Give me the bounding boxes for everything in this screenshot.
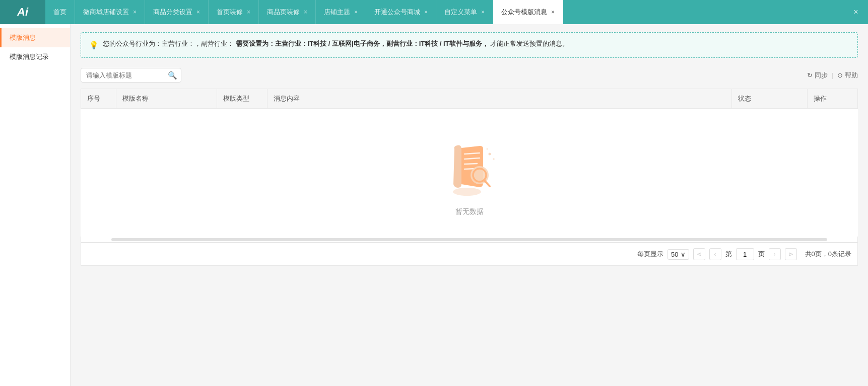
sync-label: 同步 bbox=[815, 71, 828, 80]
empty-text: 暂无数据 bbox=[455, 207, 484, 216]
nav-tab-category[interactable]: 商品分类设置× bbox=[145, 0, 209, 24]
nav-tab-close-homepage[interactable]: × bbox=[247, 9, 250, 16]
page-size-value: 50 bbox=[671, 251, 678, 258]
alert-suffix: 才能正常发送预置的消息。 bbox=[490, 40, 569, 47]
scrollbar-area[interactable] bbox=[81, 237, 858, 243]
sync-button[interactable]: ↻ 同步 bbox=[807, 71, 828, 80]
nav-tab-label-homepage: 首页装修 bbox=[217, 8, 243, 17]
nav-tab-close-template[interactable]: × bbox=[551, 9, 555, 16]
nav-tab-close-product[interactable]: × bbox=[304, 9, 307, 16]
svg-line-3 bbox=[464, 164, 477, 164]
svg-point-0 bbox=[453, 188, 481, 196]
nav-tab-template[interactable]: 公众号模版消息× bbox=[493, 0, 563, 24]
help-label: 帮助 bbox=[845, 71, 858, 80]
empty-state: 暂无数据 bbox=[81, 109, 858, 237]
search-bar: 🔍 ↻ 同步 | ⊙ 帮助 bbox=[81, 68, 858, 83]
col-header-content: 消息内容 bbox=[268, 89, 732, 109]
svg-line-7 bbox=[484, 180, 490, 186]
nav-tab-close-mall[interactable]: × bbox=[424, 9, 428, 16]
alert-highlight: 需要设置为：主营行业：IT科技 / 互联网|电子商务，副营行业：IT科技 / I… bbox=[236, 40, 489, 47]
sync-icon: ↻ bbox=[807, 71, 813, 79]
search-right: ↻ 同步 | ⊙ 帮助 bbox=[807, 71, 858, 80]
nav-tabs: 首页微商城店铺设置×商品分类设置×首页装修×商品页装修×店铺主题×开通公众号商城… bbox=[45, 0, 844, 24]
nav-tab-label-category: 商品分类设置 bbox=[153, 8, 192, 17]
nav-tab-close-theme[interactable]: × bbox=[354, 9, 358, 16]
nav-tab-close-custommenu[interactable]: × bbox=[481, 9, 485, 16]
search-left: 🔍 bbox=[81, 68, 181, 83]
total-text: 共0页，0条记录 bbox=[805, 250, 851, 259]
scrollbar-track bbox=[111, 238, 827, 241]
nav-tab-homepage[interactable]: 首页装修× bbox=[209, 0, 259, 24]
nav-tab-label-home: 首页 bbox=[53, 8, 66, 17]
col-header-name: 模版名称 bbox=[116, 89, 217, 109]
page-di-label: 第 bbox=[725, 250, 732, 259]
global-close-button[interactable]: × bbox=[844, 0, 868, 24]
nav-tab-home[interactable]: 首页 bbox=[45, 0, 75, 24]
sidebar-item-template-record[interactable]: 模版消息记录 bbox=[0, 47, 70, 66]
table-header: 序号模版名称模版类型消息内容状态操作 bbox=[81, 89, 858, 109]
nav-tab-label-mall: 开通公众号商城 bbox=[374, 8, 420, 17]
bulb-icon: 💡 bbox=[89, 39, 99, 51]
last-page-button[interactable]: ⊳ bbox=[785, 248, 797, 260]
search-input[interactable] bbox=[81, 68, 181, 83]
nav-tab-theme[interactable]: 店铺主题× bbox=[316, 0, 366, 24]
data-table: 序号模版名称模版类型消息内容状态操作 bbox=[81, 89, 858, 109]
col-header-seq: 序号 bbox=[81, 89, 116, 109]
svg-point-10 bbox=[486, 148, 488, 150]
col-header-action: 操作 bbox=[808, 89, 858, 109]
nav-tab-close-category[interactable]: × bbox=[196, 9, 200, 16]
nav-tab-label-weshop: 微商城店铺设置 bbox=[83, 8, 129, 17]
nav-tab-label-custommenu: 自定义菜单 bbox=[444, 8, 477, 17]
table-header-row: 序号模版名称模版类型消息内容状态操作 bbox=[81, 89, 858, 109]
nav-tab-weshop[interactable]: 微商城店铺设置× bbox=[75, 0, 145, 24]
main-content: 💡 您的公众号行业为：主营行业：，副营行业： 需要设置为：主营行业：IT科技 /… bbox=[71, 24, 868, 386]
page-size-label: 每页显示 bbox=[637, 250, 663, 259]
sidebar-item-template-msg[interactable]: 模版消息 bbox=[0, 28, 70, 47]
page-size-select[interactable]: 50 ∨ bbox=[667, 249, 689, 260]
nav-tab-label-template: 公众号模版消息 bbox=[501, 8, 547, 17]
search-button[interactable]: 🔍 bbox=[168, 71, 177, 80]
logo: Ai bbox=[0, 0, 45, 24]
alert-text: 您的公众号行业为：主营行业：，副营行业： 需要设置为：主营行业：IT科技 / 互… bbox=[103, 39, 569, 49]
nav-tab-mall[interactable]: 开通公众号商城× bbox=[366, 0, 436, 24]
layout: 模版消息模版消息记录 💡 您的公众号行业为：主营行业：，副营行业： 需要设置为：… bbox=[0, 24, 868, 386]
col-header-type: 模版类型 bbox=[217, 89, 268, 109]
page-size-chevron: ∨ bbox=[681, 251, 686, 258]
pagination: 每页显示 50 ∨ ⊲ ‹ 第 页 › ⊳ 共0页，0条记录 bbox=[81, 243, 858, 266]
nav-tab-product[interactable]: 商品页装修× bbox=[259, 0, 316, 24]
help-button[interactable]: ⊙ 帮助 bbox=[837, 71, 858, 80]
empty-icon bbox=[439, 139, 500, 199]
nav-tab-label-theme: 店铺主题 bbox=[324, 8, 350, 17]
next-page-button[interactable]: › bbox=[769, 248, 781, 260]
col-header-status: 状态 bbox=[732, 89, 808, 109]
svg-point-8 bbox=[488, 153, 491, 156]
page-input[interactable] bbox=[736, 248, 754, 260]
prev-page-button[interactable]: ‹ bbox=[709, 248, 721, 260]
divider: | bbox=[832, 71, 833, 79]
alert-box: 💡 您的公众号行业为：主营行业：，副营行业： 需要设置为：主营行业：IT科技 /… bbox=[81, 32, 858, 58]
nav-tab-custommenu[interactable]: 自定义菜单× bbox=[436, 0, 493, 24]
nav-tab-close-weshop[interactable]: × bbox=[133, 9, 137, 16]
page-unit: 页 bbox=[758, 250, 765, 259]
svg-point-9 bbox=[493, 158, 495, 160]
alert-prefix: 您的公众号行业为：主营行业：，副营行业： bbox=[103, 40, 234, 47]
sidebar: 模版消息模版消息记录 bbox=[0, 24, 71, 386]
help-icon: ⊙ bbox=[837, 71, 843, 79]
top-nav: Ai 首页微商城店铺设置×商品分类设置×首页装修×商品页装修×店铺主题×开通公众… bbox=[0, 0, 868, 24]
nav-tab-label-product: 商品页装修 bbox=[267, 8, 300, 17]
first-page-button[interactable]: ⊲ bbox=[693, 248, 705, 260]
search-input-wrap: 🔍 bbox=[81, 68, 181, 83]
